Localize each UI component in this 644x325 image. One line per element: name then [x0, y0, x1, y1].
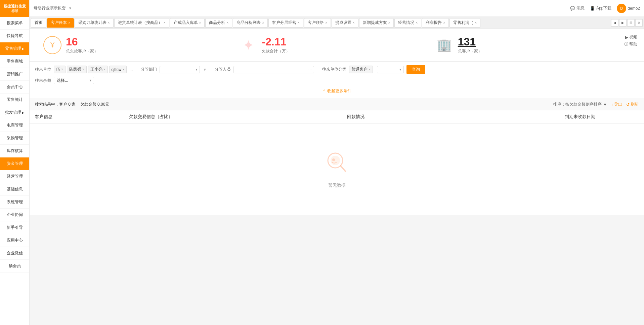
balance-select[interactable]: 选择... [54, 77, 94, 84]
collapse-btn[interactable]: ⌃ 收起更多条件 [35, 87, 639, 95]
topbar-left: 母婴行业演示帐套 ▼ [34, 5, 72, 11]
remove-tag-icon[interactable]: × [123, 68, 125, 71]
sidebar-item-ecommerce-mgmt[interactable]: 电商管理 [0, 119, 29, 132]
tab-new-raise-plan[interactable]: 新增提成方案× [359, 18, 394, 28]
tab-close-instock-stats[interactable]: × [164, 21, 166, 25]
remove-tag-icon[interactable]: × [82, 68, 84, 71]
tab-label-raise-settings: 提成设置 [335, 20, 351, 26]
sort-selector: 排序：按欠款金额倒序排序 ▼ [553, 102, 607, 107]
tab-close-profit-report[interactable]: × [443, 21, 445, 25]
tab-prev-btn[interactable]: ◀ [611, 19, 618, 27]
username-label: demo2 [628, 6, 640, 11]
sidebar-item-operation-mgmt[interactable]: 经营管理 [0, 170, 29, 183]
sidebar-item-search-menu[interactable]: 搜索菜单 [0, 17, 29, 30]
remove-tag-icon[interactable]: × [103, 68, 105, 71]
tab-product-analysis-list[interactable]: 商品分析列表× [233, 18, 268, 28]
refresh-btn[interactable]: ↺ 刷新 [626, 102, 639, 107]
col-customer-info: 客户信息 [35, 114, 129, 120]
sidebar-item-basic-info[interactable]: 基础信息 [0, 183, 29, 196]
sort-label: 排序：按欠款金额倒序排序 [553, 102, 602, 107]
sort-down-icon[interactable]: ▼ [603, 102, 607, 107]
unit-filter-label: 往来单位 [35, 67, 51, 72]
tab-next-btn[interactable]: ▶ [619, 19, 627, 27]
unit-tag-王小亮: 王小亮 × [88, 66, 108, 73]
tab-close-product-instock[interactable]: × [199, 21, 201, 25]
sidebar-item-new-guide[interactable]: 新手引导 [0, 221, 29, 234]
unit-class-select-wrap [377, 66, 404, 73]
tab-close-raise-settings[interactable]: × [353, 21, 355, 25]
tab-product-analysis[interactable]: 商品分析× [205, 18, 232, 28]
help-btn[interactable]: ⓘ 帮助 [624, 41, 637, 47]
tab-close-retail-profit[interactable]: × [475, 21, 477, 25]
unit-class-tags: 普通客户 × [349, 66, 373, 73]
sidebar-item-member-center[interactable]: 会员中心 [0, 81, 29, 94]
sidebar-item-quick-nav[interactable]: 快捷导航 [0, 30, 29, 42]
sidebar-item-purchase-mgmt[interactable]: 采购管理 [0, 132, 29, 145]
tab-close-product-analysis[interactable]: × [226, 21, 228, 25]
tab-close-purchase-order[interactable]: × [108, 21, 110, 25]
overdue-customer-count: 16 [66, 36, 98, 47]
tab-customer-balance[interactable]: 客户账本× [47, 18, 74, 28]
sidebar-item-retail-mgmt[interactable]: 零售管理 ▶ [0, 42, 29, 55]
remove-tag-icon[interactable]: × [61, 68, 63, 71]
query-button[interactable]: 查询 [406, 65, 425, 74]
tab-close-all-btn[interactable]: ✕ [635, 19, 643, 27]
sidebar-item-app-center[interactable]: 应用中心 [0, 234, 29, 247]
tab-close-customer-layer[interactable]: × [298, 21, 300, 25]
sidebar-item-enterprise-wechat[interactable]: 企业微信 [0, 247, 29, 260]
unit-class-tag-普通客户: 普通客户 × [349, 66, 373, 73]
app-download-btn[interactable]: 📱 App下载 [590, 5, 611, 11]
stat-overdue-info: 16 总欠款客户（家） [66, 36, 98, 54]
stat-icon-circle: ¥ [43, 36, 62, 55]
topbar: 母婴行业演示帐套 ▼ 💬 消息 📱 App下载 D demo2 [30, 0, 644, 17]
export-btn[interactable]: ↑ 导出 [611, 102, 622, 107]
svg-point-3 [332, 158, 335, 161]
tab-close-operation-status[interactable]: × [416, 21, 418, 25]
tab-label-instock-stats: 进货单统计表（按商品） [118, 20, 162, 26]
sidebar-item-wholesale-mgmt[interactable]: 批发管理 ▶ [0, 106, 29, 119]
sidebar-item-inventory-check[interactable]: 库存核算 [0, 145, 29, 157]
tab-customer-layer[interactable]: 客户分层经营× [268, 18, 303, 28]
table-container: 客户信息 欠款交易信息（占比） 回款情况 到期未收款日期 暂无数据 [30, 110, 644, 215]
sidebar-item-marketing[interactable]: 营销推广 [0, 68, 29, 81]
person-input[interactable] [233, 66, 314, 73]
sidebar-item-retail-stats[interactable]: 零售统计 [0, 94, 29, 106]
tab-raise-settings[interactable]: 提成设置× [332, 18, 358, 28]
tab-profit-report[interactable]: 利润报告× [422, 18, 449, 28]
sidebar-item-system-mgmt[interactable]: 系统管理 [0, 196, 29, 209]
tab-retail-profit[interactable]: 零售利润（× [449, 18, 480, 28]
tab-close-customer-balance[interactable]: × [68, 21, 70, 25]
sidebar-item-retail-mall[interactable]: 零售商城 [0, 55, 29, 68]
collapse-label: 收起更多条件 [327, 88, 351, 94]
tab-purchase-order[interactable]: 采购订单统计表× [75, 18, 114, 28]
remove-class-tag-icon[interactable]: × [369, 68, 371, 71]
tab-close-product-analysis-list[interactable]: × [262, 21, 264, 25]
tab-operation-status[interactable]: 经营情况× [394, 18, 421, 28]
dept-select[interactable] [160, 66, 200, 73]
stat-overdue-customers: ¥ 16 总欠款客户（家） [36, 33, 232, 57]
tab-expand-btn[interactable]: ⊞ [627, 19, 635, 27]
person-dots-icon[interactable]: ··· [308, 67, 312, 72]
video-btn[interactable]: ▶ 视频 [625, 34, 637, 40]
sidebar-item-finance-mgmt[interactable]: 资金管理 [0, 157, 29, 170]
svg-point-1 [331, 156, 340, 165]
unit-class-select[interactable] [377, 66, 404, 73]
overdue-amount-value: -2.11 [262, 36, 290, 47]
tab-instock-stats[interactable]: 进货单统计表（按商品）× [114, 18, 169, 28]
tab-close-customer-contact[interactable]: × [325, 21, 327, 25]
tab-home[interactable]: 首页 [31, 18, 46, 28]
user-menu[interactable]: D demo2 [617, 4, 640, 13]
tabbar-arrows: ◀ ▶ ⊞ ✕ [611, 19, 643, 27]
tab-product-instock[interactable]: 产成品入库单× [170, 18, 205, 28]
selector-arrow-icon[interactable]: ▼ [69, 6, 72, 10]
more-tags-btn[interactable]: ... [129, 67, 133, 72]
dept-dots-icon: ▼ [203, 67, 207, 72]
stat-actions: ▶ 视频 ⓘ 帮助 [624, 33, 637, 57]
tab-customer-contact[interactable]: 客户联络× [304, 18, 331, 28]
tab-close-new-raise-plan[interactable]: × [388, 21, 390, 25]
sidebar-item-enterprise-collab[interactable]: 企业协同 [0, 209, 29, 221]
message-btn[interactable]: 💬 消息 [570, 5, 585, 11]
sidebar-item-chang-member[interactable]: 畅会员 [0, 260, 29, 273]
message-icon: 💬 [570, 6, 575, 11]
tab-label-home: 首页 [35, 20, 43, 26]
